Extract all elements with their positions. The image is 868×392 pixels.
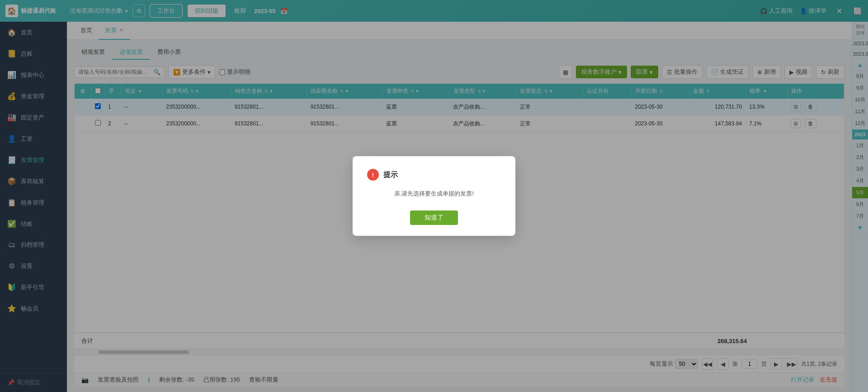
modal-title-row: ! 提示 xyxy=(367,169,501,181)
modal-box: ! 提示 亲,请先选择要生成单据的发票! 知道了 xyxy=(353,156,515,236)
modal-ok-button[interactable]: 知道了 xyxy=(410,210,458,225)
modal-title: 提示 xyxy=(383,170,398,180)
modal-footer: 知道了 xyxy=(367,210,501,225)
modal-message: 亲,请先选择要生成单据的发票! xyxy=(367,190,501,198)
modal-warning-icon: ! xyxy=(367,169,379,181)
modal-overlay: ! 提示 亲,请先选择要生成单据的发票! 知道了 xyxy=(0,0,868,392)
